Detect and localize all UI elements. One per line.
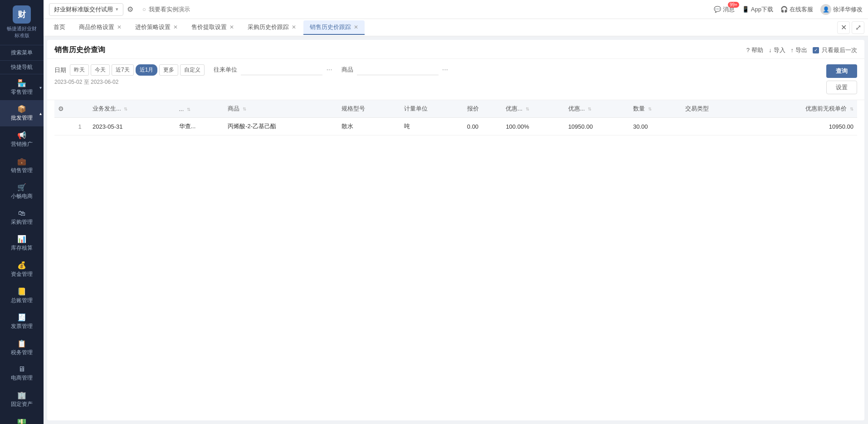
sidebar-quick-nav[interactable]: 快捷导航	[0, 61, 44, 74]
product-more-btn[interactable]: ···	[442, 66, 448, 74]
source-unit-more-btn[interactable]: ···	[326, 66, 332, 74]
help-button[interactable]: ? 帮助	[746, 46, 763, 54]
sales-icon: 💼	[17, 157, 26, 166]
sidebar-item-ecommerce[interactable]: 🖥 电商管理	[0, 361, 44, 386]
sidebar-item-marketing[interactable]: 📢 营销推广	[0, 126, 44, 153]
date-today-btn[interactable]: 今天	[91, 64, 110, 76]
sidebar-item-label-retail: 零售管理	[11, 89, 33, 96]
sidebar-item-label-fixed-assets: 固定资产	[11, 401, 33, 408]
sidebar-item-retail[interactable]: 🏪 零售管理 ▾	[0, 74, 44, 101]
sidebar-item-tax[interactable]: 📋 税务管理	[0, 335, 44, 361]
sidebar-item-finance[interactable]: 💰 资金管理	[0, 256, 44, 283]
tab-maximize-button[interactable]: ⤢	[852, 21, 864, 34]
tabbar-actions: ✕ ⤢	[837, 21, 864, 34]
app-download-icon: 📱	[742, 6, 749, 13]
more-sort-icon[interactable]: ⇅	[187, 107, 190, 112]
tab-close-window-button[interactable]: ✕	[837, 21, 850, 34]
col-qty-header[interactable]: 数量 ⇅	[629, 100, 682, 118]
ecommerce-icon: 🖥	[18, 365, 25, 373]
product-sort-icon[interactable]: ⇅	[243, 106, 246, 111]
tab-sale-price-close[interactable]: ✕	[229, 24, 234, 30]
date-last1m-btn[interactable]: 近1月	[136, 64, 158, 76]
biz-date-sort-icon[interactable]: ⇅	[124, 106, 127, 111]
last-only-checkbox[interactable]: ✓ 只看最后一次	[813, 46, 857, 54]
col-product-header[interactable]: 商品 ⇅	[224, 100, 337, 118]
tab-purchase-history-close[interactable]: ✕	[292, 24, 296, 30]
tab-purchase-history[interactable]: 采购历史价跟踪 ✕	[241, 20, 302, 35]
tab-sales-history-close[interactable]: ✕	[354, 24, 358, 30]
sidebar-item-wholesale[interactable]: 📦 批发管理 ▴	[0, 100, 44, 126]
source-unit-input[interactable]	[241, 64, 322, 75]
col-discount-pct-header[interactable]: 优惠... ⇅	[502, 100, 565, 118]
row-discount-pct-cell: 100.00%	[502, 118, 565, 135]
product-filter: 商品 ···	[341, 64, 448, 75]
date-yesterday-btn[interactable]: 昨天	[70, 64, 89, 76]
settings-gear-icon[interactable]: ⚙	[58, 105, 64, 112]
date-more-btn[interactable]: 更多	[159, 64, 178, 76]
notification-button[interactable]: 💬 消息 99+	[714, 5, 735, 14]
import-label: 导入	[774, 46, 785, 54]
app-download-label: App下载	[751, 5, 773, 14]
tab-price-strategy-close[interactable]: ✕	[173, 24, 178, 30]
sidebar-item-sales[interactable]: 💼 销售管理	[0, 153, 44, 179]
tab-product-price-close[interactable]: ✕	[117, 24, 122, 30]
sidebar-item-invoice[interactable]: 🧾 发票管理	[0, 308, 44, 335]
page-header: 销售历史价查询 ? 帮助 ↓ 导入 ↑ 导出 ✓ 只看最后一次	[47, 40, 864, 59]
row-spec-cell: 散水	[338, 118, 401, 135]
online-service-button[interactable]: 🎧 在线客服	[780, 5, 813, 14]
discount-val-sort-icon[interactable]: ⇅	[588, 106, 591, 111]
product-label: 商品	[341, 66, 353, 74]
settings-button[interactable]: 设置	[826, 81, 857, 94]
col-trans-type-header: 交易类型	[682, 100, 745, 118]
tab-sale-price[interactable]: 售价提取设置 ✕	[185, 20, 240, 35]
tab-home[interactable]: 首页	[47, 20, 72, 35]
module-label: 好业财标准版交付试用	[54, 5, 113, 14]
tab-sales-history[interactable]: 销售历史价跟踪 ✕	[303, 20, 365, 35]
col-biz-date-header[interactable]: 业务发生... ⇅	[89, 100, 176, 118]
col-pretax-price-header[interactable]: 优惠前无税单价 ⇅	[745, 100, 857, 118]
export-button[interactable]: ↑ 导出	[791, 46, 808, 54]
qty-sort-icon[interactable]: ⇅	[648, 106, 652, 111]
ecommerce-small-icon: 🛒	[17, 183, 26, 192]
online-service-label: 在线客服	[790, 5, 813, 14]
sidebar-item-ecommerce-small[interactable]: 🛒 小畅电商	[0, 178, 44, 205]
topbar-gear-icon[interactable]: ⚙	[127, 5, 133, 14]
module-selector[interactable]: 好业财标准版交付试用 ▾	[49, 3, 123, 16]
col-price-header: 报价	[463, 100, 502, 118]
query-button[interactable]: 查询	[826, 64, 857, 78]
table-body: 1 2023-05-31 华查... 丙烯酸-2-乙基己酯 散水 吨 0.00 …	[54, 118, 857, 135]
tab-product-price[interactable]: 商品价格设置 ✕	[73, 20, 128, 35]
row-index-cell: 1	[71, 118, 89, 135]
col-discount-val-header[interactable]: 优惠... ⇅	[565, 100, 629, 118]
col-discount-pct-label: 优惠...	[506, 105, 522, 112]
topbar-demo-link[interactable]: ○ 我要看实例演示	[142, 5, 190, 14]
help-label: 帮助	[751, 46, 763, 54]
tab-purchase-history-label: 采购历史价跟踪	[248, 23, 289, 31]
tab-price-strategy[interactable]: 进价策略设置 ✕	[129, 20, 184, 35]
date-last7-btn[interactable]: 近7天	[112, 64, 134, 76]
col-settings-header[interactable]: ⚙	[54, 100, 71, 118]
sidebar-item-purchase[interactable]: 🛍 采购管理	[0, 205, 44, 231]
ledger-icon: 📒	[17, 287, 26, 296]
topbar: 好业财标准版交付试用 ▾ ⚙ ○ 我要看实例演示 💬 消息 99+ 📱 App下…	[44, 0, 868, 19]
row-settings-cell[interactable]	[54, 118, 71, 135]
avatar: 👤	[820, 4, 831, 15]
sidebar-item-fixed-assets[interactable]: 🏢 固定资产	[0, 386, 44, 413]
row-qty-cell: 30.00	[629, 118, 682, 135]
sidebar-item-ledger[interactable]: 📒 总账管理	[0, 283, 44, 309]
col-more-header[interactable]: ... ⇅	[176, 100, 224, 118]
product-input[interactable]	[357, 64, 439, 75]
pretax-price-sort-icon[interactable]: ⇅	[850, 106, 853, 111]
app-download-button[interactable]: 📱 App下载	[742, 5, 773, 14]
sidebar-search[interactable]: 搜索菜单	[0, 45, 44, 61]
import-button[interactable]: ↓ 导入	[769, 46, 785, 54]
finance-icon: 💰	[17, 261, 26, 270]
discount-pct-sort-icon[interactable]: ⇅	[526, 106, 529, 111]
sidebar-item-inventory[interactable]: 📊 库存核算	[0, 230, 44, 256]
notification-badge: 99+	[728, 2, 739, 8]
col-product-label: 商品	[228, 105, 239, 112]
col-qty-label: 数量	[633, 105, 645, 112]
user-button[interactable]: 👤 徐泽华修改	[820, 4, 863, 15]
date-custom-btn[interactable]: 自定义	[180, 64, 205, 76]
sidebar-item-payroll[interactable]: 💵 工资	[0, 413, 44, 424]
